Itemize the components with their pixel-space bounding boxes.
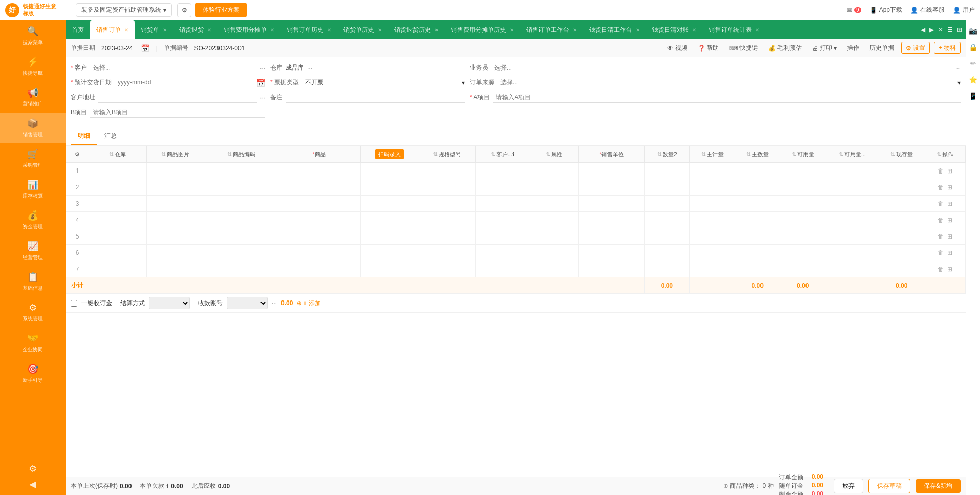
mobile-icon[interactable]: 📱: [967, 90, 979, 102]
cell-warehouse[interactable]: [89, 163, 147, 179]
cell-customer_code[interactable]: [475, 228, 529, 245]
copy-icon[interactable]: ⊞: [947, 217, 952, 224]
cell-unit[interactable]: [578, 261, 644, 277]
cell-warehouse[interactable]: [89, 245, 147, 261]
tab-close-all-icon[interactable]: ✕: [937, 26, 945, 33]
cell-code[interactable]: [204, 228, 278, 245]
cell-warehouse[interactable]: [89, 261, 147, 277]
cell-unit[interactable]: [578, 196, 644, 212]
cell-qty2[interactable]: [644, 179, 689, 196]
tab-close-5[interactable]: ✕: [327, 27, 331, 33]
cell-scan[interactable]: [360, 163, 418, 179]
delete-icon[interactable]: 🗑: [938, 217, 944, 224]
sidebar-item-资金管理[interactable]: 💰 资金管理: [0, 205, 66, 235]
industry-solution-button[interactable]: 体验行业方案: [195, 3, 247, 17]
cell-available[interactable]: [780, 212, 825, 228]
salesperson-input[interactable]: [491, 62, 952, 73]
cell-actions[interactable]: 🗑 ⊞: [924, 196, 966, 212]
print-button[interactable]: 🖨 打印 ▾: [809, 42, 840, 53]
cell-customer_code[interactable]: [475, 179, 529, 196]
history-button[interactable]: 历史单据: [866, 42, 897, 53]
settings-panel-button[interactable]: ⚙ 设置: [901, 42, 930, 54]
cell-unit[interactable]: [578, 228, 644, 245]
cell-main_unit[interactable]: [690, 196, 735, 212]
cell-name[interactable]: [278, 228, 360, 245]
shortcut-button[interactable]: ⌨ 快捷键: [726, 42, 761, 53]
cell-spec[interactable]: [418, 261, 476, 277]
sidebar-item-企业协同[interactable]: 🤝 企业协同: [0, 328, 66, 358]
cell-code[interactable]: [204, 179, 278, 196]
system-selector[interactable]: 装备及固定资产辅助管理系统 ▾: [76, 3, 172, 17]
cell-main_qty[interactable]: [735, 179, 780, 196]
cell-name[interactable]: [278, 196, 360, 212]
cell-code[interactable]: [204, 212, 278, 228]
cell-unit[interactable]: [578, 179, 644, 196]
cell-attribute[interactable]: [529, 245, 579, 261]
sidebar-item-经营管理[interactable]: 📈 经营管理: [0, 235, 66, 266]
copy-icon[interactable]: ⊞: [947, 184, 952, 191]
nav-tab-5[interactable]: 销售订单历史✕: [280, 20, 337, 39]
cell-current_stock[interactable]: [879, 261, 924, 277]
customer-input[interactable]: [90, 62, 257, 73]
edit-icon[interactable]: ✏: [967, 57, 979, 70]
cell-main_unit[interactable]: [690, 228, 735, 245]
nav-tab-1[interactable]: 销售订单✕: [90, 20, 135, 39]
tab-close-10[interactable]: ✕: [636, 27, 640, 33]
cell-qty2[interactable]: [644, 245, 689, 261]
cell-spec[interactable]: [418, 163, 476, 179]
cell-available[interactable]: [780, 179, 825, 196]
cell-spec[interactable]: [418, 196, 476, 212]
cell-scan[interactable]: [360, 261, 418, 277]
nav-tab-2[interactable]: 销货单✕: [135, 20, 173, 39]
cell-current_stock[interactable]: [879, 245, 924, 261]
cell-attribute[interactable]: [529, 196, 579, 212]
nav-tab-6[interactable]: 销货单历史✕: [337, 20, 388, 39]
tab-close-2[interactable]: ✕: [163, 27, 167, 33]
cell-main_qty[interactable]: [735, 212, 780, 228]
delete-icon[interactable]: 🗑: [938, 184, 944, 191]
cell-spec[interactable]: [418, 228, 476, 245]
add-payment-button[interactable]: ⊕ + 添加: [297, 299, 320, 308]
online-service-button[interactable]: 👤 在线客服: [910, 6, 945, 14]
cell-qty2[interactable]: [644, 212, 689, 228]
cell-code[interactable]: [204, 261, 278, 277]
tab-close-6[interactable]: ✕: [378, 27, 382, 33]
cell-warehouse[interactable]: [89, 228, 147, 245]
nav-tab-9[interactable]: 销售订单工作台✕: [520, 20, 583, 39]
copy-icon[interactable]: ⊞: [947, 167, 952, 175]
copy-icon[interactable]: ⊞: [947, 233, 952, 240]
tab-close-12[interactable]: ✕: [755, 27, 759, 33]
abandon-button[interactable]: 放弃: [834, 479, 863, 493]
nav-tab-8[interactable]: 销售费用分摊单历史✕: [445, 20, 520, 39]
ticket-type-select[interactable]: 不开票: [302, 77, 459, 88]
delete-icon[interactable]: 🗑: [938, 249, 944, 256]
cell-code[interactable]: [204, 163, 278, 179]
operation-button[interactable]: 操作: [844, 42, 862, 53]
cell-image[interactable]: [146, 163, 204, 179]
sidebar-item-系统管理[interactable]: ⚙ 系统管理: [0, 297, 66, 328]
sidebar-item-快捷导航[interactable]: ⚡ 快捷导航: [0, 51, 66, 82]
cell-spec[interactable]: [418, 245, 476, 261]
cell-customer_code[interactable]: [475, 245, 529, 261]
cell-qty2[interactable]: [644, 196, 689, 212]
cell-name[interactable]: [278, 212, 360, 228]
delete-icon[interactable]: 🗑: [938, 266, 944, 273]
delete-icon[interactable]: 🗑: [938, 167, 944, 175]
copy-icon[interactable]: ⊞: [947, 266, 952, 273]
view-button[interactable]: 👁 视频: [664, 42, 690, 53]
payment-method-select[interactable]: [149, 297, 190, 309]
cell-actions[interactable]: 🗑 ⊞: [924, 179, 966, 196]
cell-attribute[interactable]: [529, 261, 579, 277]
warehouse-more-icon[interactable]: ···: [307, 64, 312, 72]
message-button[interactable]: ✉ 9: [847, 7, 861, 14]
note-input[interactable]: [286, 92, 465, 103]
star-icon[interactable]: ⭐: [967, 74, 979, 86]
cell-image[interactable]: [146, 245, 204, 261]
cell-current_stock[interactable]: [879, 212, 924, 228]
cell-main_qty[interactable]: [735, 261, 780, 277]
account-select[interactable]: [227, 297, 268, 309]
cell-available2[interactable]: [825, 228, 879, 245]
tab-summary[interactable]: 汇总: [97, 127, 124, 145]
cell-scan[interactable]: [360, 179, 418, 196]
cell-available[interactable]: [780, 245, 825, 261]
